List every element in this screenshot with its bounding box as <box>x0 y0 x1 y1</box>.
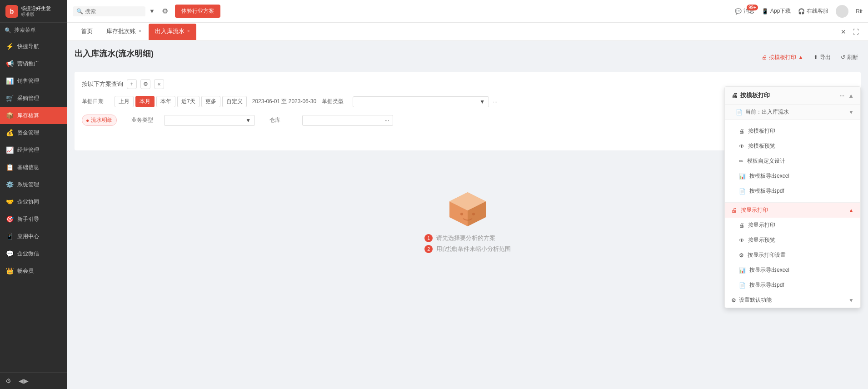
display-print-item[interactable]: 🖨 按显示打印 <box>725 218 860 233</box>
pdf-icon: 📄 <box>739 188 746 194</box>
item-label: 按模板导出excel <box>749 172 789 180</box>
tab-home[interactable]: 首页 <box>75 24 99 40</box>
export-btn[interactable]: ⬆ 导出 <box>811 52 833 63</box>
sidebar-item-system[interactable]: ⚙️ 系统管理 <box>0 176 67 193</box>
footer-chevron-down-icon: ▼ <box>848 297 854 304</box>
header-search-dropdown[interactable]: ▼ <box>149 8 155 15</box>
sidebar-item-marketing[interactable]: 📢 营销推广 <box>0 55 67 72</box>
message-btn[interactable]: 💬 消息 99+ <box>735 7 754 15</box>
date-btn-last-month[interactable]: 上月 <box>115 96 134 107</box>
trial-btn[interactable]: 体验行业方案 <box>175 5 220 18</box>
settings-icon[interactable]: ⚙ <box>5 377 11 384</box>
tab-flow[interactable]: 出入库流水 × <box>149 24 196 40</box>
tab-batch-account[interactable]: 库存批次账 × <box>100 24 148 40</box>
refresh-btn[interactable]: ↺ 刷新 <box>838 52 861 63</box>
sidebar-search[interactable]: 🔍 搜索菜单 <box>0 23 67 38</box>
sidebar-item-cooperation[interactable]: 🤝 企业协同 <box>0 193 67 210</box>
display-print-icon: 🖨 <box>731 207 737 214</box>
collapse-sidebar-icon[interactable]: ◀▶ <box>19 377 29 384</box>
more-icon: ··· <box>493 98 498 105</box>
avatar[interactable] <box>836 5 848 18</box>
date-btn-more[interactable]: 更多 <box>201 96 220 107</box>
print-display-icon: 🖨 <box>739 222 744 229</box>
online-service-btn[interactable]: 🎧 在线客服 <box>798 7 828 15</box>
sidebar-item-wechat[interactable]: 💬 企业微信 <box>0 245 67 262</box>
date-btn-custom[interactable]: 自定义 <box>222 96 247 107</box>
display-export-pdf-item[interactable]: 📄 按显示导出pdf <box>725 278 860 293</box>
sidebar-item-quick-nav[interactable]: ⚡ 快捷导航 <box>0 38 67 55</box>
date-range-label: 2023-06-01 至 2023-06-30 <box>252 98 316 105</box>
display-preview-item[interactable]: 👁 按显示预览 <box>725 233 860 248</box>
sales-icon: 📊 <box>5 77 14 85</box>
item-label: 按显示打印设置 <box>748 251 786 259</box>
sidebar-item-label: 新手引导 <box>17 215 39 223</box>
section-left: 🖨 按显示打印 <box>731 206 768 214</box>
dropdown-chevron-up-icon[interactable]: ▲ <box>848 92 854 99</box>
tab-fullscreen-icon[interactable]: ⛶ <box>851 26 861 37</box>
template-export-excel-item[interactable]: 📊 按模板导出excel <box>725 169 860 184</box>
app-download-btn[interactable]: 📱 App下载 <box>762 7 791 15</box>
template-print-item[interactable]: 🖨 按模板打印 <box>725 124 860 139</box>
sidebar-item-inventory[interactable]: 📦 库存核算 <box>0 107 67 124</box>
item-label: 按模板预览 <box>748 142 775 150</box>
sidebar-item-label: 企业协同 <box>17 198 39 206</box>
doc-type-label: 单据类型 <box>322 98 349 105</box>
template-design-item[interactable]: ✏ 模板自定义设计 <box>725 154 860 169</box>
header: 🔍 ▼ ⚙ 体验行业方案 💬 消息 99+ 📱 App下载 🎧 在线客服 Rit <box>67 0 868 23</box>
refresh-label: 刷新 <box>847 54 858 61</box>
business-type-select[interactable]: ▼ <box>164 115 255 126</box>
date-btn-this-month[interactable]: 本月 <box>135 96 155 107</box>
doc-type-select[interactable]: ▼ <box>353 96 489 107</box>
filter-collapse-btn[interactable]: « <box>154 79 164 89</box>
export-icon: ⬆ <box>813 54 818 60</box>
refresh-icon: ↺ <box>841 54 845 60</box>
sidebar: b 畅捷通好生意 标准版 🔍 搜索菜单 ⚡ 快捷导航 📢 营销推广 📊 销售管理… <box>0 0 67 389</box>
date-btn-this-year[interactable]: 本年 <box>156 96 175 107</box>
filter-settings-btn[interactable]: ⚙ <box>140 79 150 89</box>
design-icon: ✏ <box>739 158 743 165</box>
sidebar-item-finance[interactable]: 💰 资金管理 <box>0 124 67 141</box>
dots-icon[interactable]: ··· <box>839 92 844 99</box>
sidebar-item-member[interactable]: 👑 畅会员 <box>0 262 67 279</box>
date-btn-7days[interactable]: 近7天 <box>177 96 200 107</box>
display-export-excel-item[interactable]: 📊 按显示导出excel <box>725 263 860 278</box>
display-print-section-header[interactable]: 🖨 按显示打印 ▲ <box>725 203 860 218</box>
message-icon: 💬 <box>735 8 742 15</box>
settings-circle-icon: ⚙ <box>143 81 148 87</box>
header-search-input[interactable] <box>85 8 140 15</box>
display-print-settings-item[interactable]: ⚙ 按显示打印设置 <box>725 248 860 263</box>
sidebar-item-purchase[interactable]: 🛒 采购管理 <box>0 90 67 107</box>
sidebar-item-beginner[interactable]: 🎯 新手引导 <box>0 210 67 228</box>
content-area: 出入库流水(流水明细) 🖨 按模板打印 ▲ ⬆ 导出 ↺ 刷新 <box>67 41 868 389</box>
tab-flow-close[interactable]: × <box>187 29 190 34</box>
empty-step-2: 2 用[过滤]条件来缩小分析范围 <box>424 245 510 253</box>
filter-add-btn[interactable]: + <box>127 79 137 89</box>
tab-batch-close[interactable]: × <box>139 29 141 34</box>
sidebar-item-sales[interactable]: 📊 销售管理 <box>0 72 67 90</box>
flow-type-tag[interactable]: ● 流水明细 <box>82 115 117 126</box>
sidebar-item-operations[interactable]: 📈 经营管理 <box>0 141 67 159</box>
header-gear-button[interactable]: ⚙ <box>159 5 171 18</box>
logo-name: 畅捷通好生意 <box>21 5 51 11</box>
search-icon: 🔍 <box>5 27 11 34</box>
warehouse-select[interactable]: ··· <box>302 115 393 126</box>
display-print-items: 🖨 按显示打印 👁 按显示预览 ⚙ 按显示打印设置 📊 按显示导出excel 📄 <box>725 218 860 293</box>
template-preview-item[interactable]: 👁 按模板预览 <box>725 139 860 154</box>
dropdown-footer[interactable]: ⚙ 设置默认功能 ▼ <box>725 293 860 308</box>
chevron-down-icon: ▼ <box>245 117 251 124</box>
date-field-label: 单据日期 <box>82 98 109 105</box>
header-search-box[interactable]: 🔍 <box>73 6 145 16</box>
sidebar-item-label: 企业微信 <box>17 250 39 258</box>
template-export-pdf-item[interactable]: 📄 按模板导出pdf <box>725 184 860 199</box>
sidebar-item-app-center[interactable]: 📱 应用中心 <box>0 228 67 245</box>
header-search-icon: 🔍 <box>76 8 83 15</box>
dropdown-header-icons: ··· ▲ <box>839 92 854 99</box>
dropdown-current-item[interactable]: 📄 当前：出入库流水 ▼ <box>725 105 860 120</box>
sidebar-item-label: 采购管理 <box>17 95 39 102</box>
print-dropdown-btn[interactable]: 🖨 按模板打印 ▲ <box>759 52 806 63</box>
tab-flow-label: 出入库流水 <box>155 27 185 35</box>
preview-icon2: 👁 <box>739 237 744 244</box>
sidebar-item-basic-info[interactable]: 📋 基础信息 <box>0 159 67 176</box>
sidebar-item-label: 库存核算 <box>17 112 39 120</box>
tab-close-all-icon[interactable]: ✕ <box>839 26 848 37</box>
